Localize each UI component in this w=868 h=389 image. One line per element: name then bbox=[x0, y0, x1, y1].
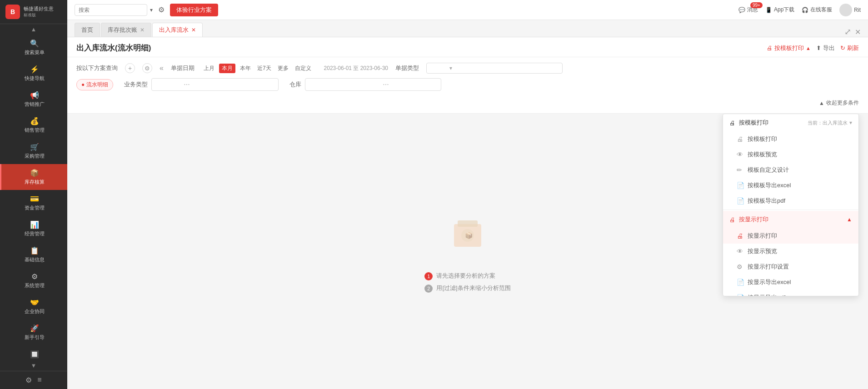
display-excel-label: 按显示导出excel bbox=[748, 278, 791, 286]
warehouse-dots[interactable]: ··· bbox=[383, 80, 389, 89]
display-print-sub-label: 按显示打印 bbox=[748, 232, 777, 240]
purchase-icon: 🛒 bbox=[30, 143, 39, 151]
scroll-down-btn[interactable]: ▼ bbox=[0, 360, 67, 371]
settings-icon[interactable]: ⚙ bbox=[25, 376, 32, 384]
business-type-label: 业务类型 bbox=[124, 80, 148, 89]
template-custom-icon: ✏ bbox=[737, 166, 744, 174]
collapse-more-btn[interactable]: ▲ 收起更多条件 bbox=[819, 99, 859, 107]
tab-home[interactable]: 首页 bbox=[75, 23, 100, 37]
display-print-sub-icon: 🖨 bbox=[737, 232, 744, 239]
headset-icon: 🎧 bbox=[802, 7, 808, 13]
topbar-right: 💬 消息 99+ 📱 App下载 🎧 在线客服 Rit bbox=[738, 4, 861, 16]
tab-inout-flow-close[interactable]: ✕ bbox=[191, 27, 196, 33]
app-download-btn[interactable]: 📱 App下载 bbox=[765, 6, 794, 14]
dropdown-item-display-export-excel[interactable]: 📄 按显示导出excel bbox=[723, 274, 858, 290]
date-shortcut-custom[interactable]: 自定义 bbox=[293, 64, 313, 73]
sidebar-item-search-menu[interactable]: 🔍 搜索菜单 bbox=[0, 35, 67, 60]
sidebar-item-purchase[interactable]: 🛒 采购管理 bbox=[0, 138, 67, 164]
sidebar-label-sales: 销售管理 bbox=[25, 127, 45, 134]
dropdown-item-display-export-pdf[interactable]: 📄 按显示导出pdf bbox=[723, 290, 858, 296]
date-shortcut-this-month[interactable]: 本月 bbox=[219, 64, 235, 73]
filter-collapse-btn[interactable]: « bbox=[160, 64, 164, 72]
sidebar-item-enterprise-collab[interactable]: 🤝 企业协同 bbox=[0, 294, 67, 319]
maximize-btn[interactable]: ⤢ bbox=[844, 27, 851, 37]
dropdown-scroll: 🖨 按模板打印 当前：出入库流水 ▾ 🖨 按模板打印 bbox=[723, 114, 858, 296]
tabs-bar: 首页 库存批次账 ✕ 出入库流水 ✕ ⤢ ✕ bbox=[67, 20, 868, 37]
filter-settings-btn[interactable]: ⚙ bbox=[142, 63, 152, 73]
dropdown-item-template-export-excel[interactable]: 📄 按模板导出excel bbox=[723, 178, 858, 193]
date-shortcut-this-year[interactable]: 本年 bbox=[238, 64, 253, 73]
sidebar-item-operations[interactable]: 📊 经营管理 bbox=[0, 216, 67, 242]
sidebar-item-marketing[interactable]: 📢 营销推广 bbox=[0, 86, 67, 112]
dropdown-item-display-print-settings[interactable]: ⚙ 按显示打印设置 bbox=[723, 259, 858, 274]
svg-text:📦: 📦 bbox=[465, 232, 473, 239]
sidebar-item-system[interactable]: ⚙ 系统管理 bbox=[0, 268, 67, 294]
business-type-dots[interactable]: ··· bbox=[184, 80, 190, 89]
filter-tag-icon: ● bbox=[81, 81, 85, 88]
business-type-select[interactable]: ··· bbox=[151, 78, 279, 91]
topbar-search-group: ▾ bbox=[75, 4, 153, 16]
empty-tip-2-text: 用[过滤]条件来缩小分析范围 bbox=[436, 284, 510, 292]
message-btn[interactable]: 💬 消息 99+ bbox=[738, 6, 758, 14]
refresh-btn[interactable]: ↻ 刷新 bbox=[840, 44, 859, 52]
sidebar-label-finance: 资金管理 bbox=[25, 204, 45, 211]
tab-inventory-batch[interactable]: 库存批次账 ✕ bbox=[101, 23, 151, 37]
dropdown-template-print-header[interactable]: 🖨 按模板打印 当前：出入库流水 ▾ bbox=[723, 114, 858, 131]
date-shortcut-more[interactable]: 更多 bbox=[276, 64, 290, 73]
sidebar-item-quick-nav[interactable]: ⚡ 快捷导航 bbox=[0, 60, 67, 86]
display-pdf-label: 按显示导出pdf bbox=[748, 294, 785, 296]
empty-tip-2: 2 用[过滤]条件来缩小分析范围 bbox=[424, 284, 510, 293]
logo-badge: 标准版 bbox=[24, 12, 54, 18]
warehouse-input[interactable]: ··· bbox=[305, 78, 441, 91]
display-print-arrow-icon: ▲ bbox=[847, 216, 852, 223]
dropdown-item-display-print[interactable]: 🖨 按显示打印 bbox=[723, 228, 858, 244]
username-label: Rit bbox=[854, 7, 861, 13]
industry-solution-button[interactable]: 体验行业方案 bbox=[170, 4, 218, 16]
display-preview-label: 按显示预览 bbox=[748, 247, 777, 255]
dropdown-item-template-print[interactable]: 🖨 按模板打印 bbox=[723, 131, 858, 147]
page-header-actions: 🖨 按模板打印 ▲ ⬆ 导出 ↻ 刷新 bbox=[767, 44, 859, 52]
online-service-btn[interactable]: 🎧 在线客服 bbox=[802, 6, 832, 14]
tab-inout-flow[interactable]: 出入库流水 ✕ bbox=[152, 23, 203, 37]
topbar-search-input[interactable] bbox=[75, 4, 147, 16]
dropdown-item-display-preview[interactable]: 👁 按显示预览 bbox=[723, 244, 858, 259]
collapse-sidebar-icon[interactable]: ≡ bbox=[37, 376, 41, 384]
app-download-label: App下载 bbox=[774, 6, 794, 14]
sidebar-item-starter[interactable]: 🚀 新手引导 bbox=[0, 319, 67, 345]
quick-nav-icon: ⚡ bbox=[30, 65, 39, 74]
sidebar-item-app-center[interactable]: 🔲 应用中心 bbox=[0, 345, 67, 360]
dropdown-item-template-preview[interactable]: 👁 按模板预览 bbox=[723, 147, 858, 162]
export-btn[interactable]: ⬆ 导出 bbox=[816, 44, 835, 52]
filter-add-btn[interactable]: + bbox=[125, 63, 135, 73]
logo-text-group: 畅捷通好生意 标准版 bbox=[24, 5, 54, 18]
sidebar-label-quick-nav: 快捷导航 bbox=[25, 75, 45, 82]
template-excel-icon: 📄 bbox=[737, 182, 744, 189]
main-area: ▾ ⚙ 体验行业方案 💬 消息 99+ 📱 App下载 🎧 在线客服 bbox=[67, 0, 868, 389]
export-label: 导出 bbox=[823, 44, 835, 52]
user-profile-btn[interactable]: Rit bbox=[839, 4, 861, 16]
sidebar-item-inventory[interactable]: 📦 库存核算 bbox=[0, 164, 67, 190]
template-print-btn[interactable]: 🖨 按模板打印 ▲ bbox=[767, 44, 811, 52]
topbar-gear-icon[interactable]: ⚙ bbox=[158, 5, 165, 14]
sidebar-item-basic-info[interactable]: 📋 基础信息 bbox=[0, 242, 67, 268]
sidebar-label-enterprise-collab: 企业协同 bbox=[25, 308, 45, 315]
date-shortcut-last-month[interactable]: 上月 bbox=[202, 64, 216, 73]
voucher-type-dropdown[interactable]: ▾ bbox=[426, 63, 563, 74]
template-preview-icon: 👁 bbox=[737, 151, 744, 158]
printer-icon: 🖨 bbox=[729, 120, 735, 126]
dropdown-item-template-export-pdf[interactable]: 📄 按模板导出pdf bbox=[723, 193, 858, 209]
close-tab-btn[interactable]: ✕ bbox=[855, 28, 861, 36]
scroll-up-btn[interactable]: ▲ bbox=[0, 24, 67, 35]
dropdown-display-print-header[interactable]: 🖨 按显示打印 ▲ bbox=[723, 211, 858, 228]
sidebar-bottom: ⚙ ≡ bbox=[0, 371, 67, 389]
dropdown-item-template-custom[interactable]: ✏ 模板自定义设计 bbox=[723, 162, 858, 178]
sidebar-label-purchase: 采购管理 bbox=[25, 153, 45, 160]
date-shortcut-7days[interactable]: 近7天 bbox=[255, 64, 273, 73]
tab-inout-flow-label: 出入库流水 bbox=[159, 26, 189, 34]
filter-tag-flow[interactable]: ● 流水明细 bbox=[76, 79, 113, 90]
topbar-search-dropdown-icon[interactable]: ▾ bbox=[150, 7, 153, 13]
sidebar-item-sales[interactable]: 💰 销售管理 bbox=[0, 112, 67, 138]
tab-inventory-batch-close[interactable]: ✕ bbox=[140, 27, 145, 33]
marketing-icon: 📢 bbox=[30, 91, 39, 100]
sidebar-item-finance[interactable]: 💳 资金管理 bbox=[0, 190, 67, 216]
